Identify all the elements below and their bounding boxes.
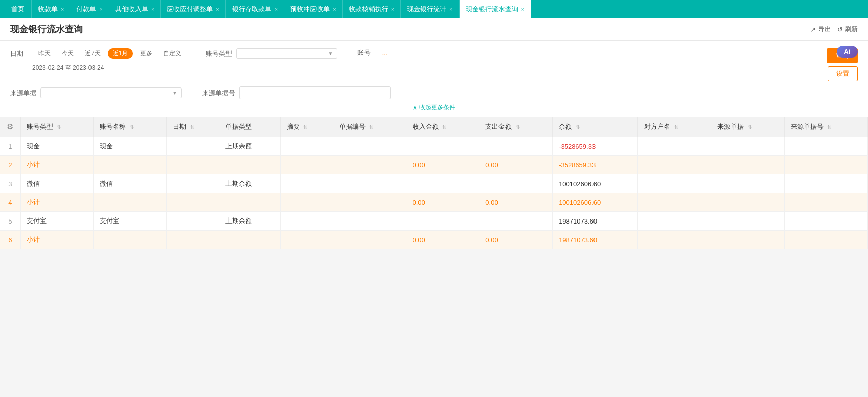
table-row[interactable]: 4小计0.000.00100102606.60 [0, 193, 868, 212]
sort-doc-no-icon: ⇅ [369, 124, 373, 130]
top-nav: 首页 收款单 × 付款单 × 其他收入单 × 应收应付调整单 × 银行存取款单 … [0, 0, 868, 18]
col-doc-type[interactable]: 单据类型 [219, 117, 280, 137]
date-btn-yesterday[interactable]: 昨天 [34, 48, 55, 59]
table-row[interactable]: 2小计0.000.00-3528659.33 [0, 156, 868, 174]
col-account-name[interactable]: 账号名称 ⇅ [94, 117, 167, 137]
source-doc-label: 来源单据 [10, 89, 36, 98]
source-doc-chevron-icon: ▼ [172, 90, 177, 96]
col-income[interactable]: 收入金额 ⇅ [406, 117, 479, 137]
sort-account-type-icon: ⇅ [57, 124, 61, 130]
page-title: 现金银行流水查询 [10, 23, 83, 35]
close-tab-7-icon[interactable]: × [449, 6, 452, 12]
nav-tab-4[interactable]: 银行存取款单 × [226, 0, 284, 18]
filter-area: 日期 昨天 今天 近7天 近1月 更多 自定义 账号类型 ▼ [0, 41, 868, 117]
collapse-label: 收起更多条件 [419, 103, 455, 112]
date-btn-more[interactable]: 更多 [136, 48, 156, 59]
col-expense[interactable]: 支出金额 ⇅ [479, 117, 553, 137]
account-label: 账号 [357, 48, 378, 57]
collapse-bar[interactable]: ∧ 收起更多条件 [10, 101, 858, 112]
sort-source-doc-no-icon: ⇅ [827, 124, 831, 130]
col-balance[interactable]: 余额 ⇅ [553, 117, 638, 137]
source-doc-no-label: 来源单据号 [202, 89, 235, 98]
date-btn-7days[interactable]: 近7天 [81, 48, 105, 59]
sort-date-icon: ⇅ [190, 124, 194, 130]
date-btn-custom[interactable]: 自定义 [159, 48, 186, 59]
sort-summary-icon: ⇅ [303, 124, 307, 130]
page-header: 现金银行流水查询 ↗ 导出 ↺ 刷新 [0, 18, 868, 41]
nav-tab-8[interactable]: 现金银行流水查询 × [460, 0, 531, 18]
account-type-select[interactable]: ▼ [236, 48, 337, 59]
table-header-row: ⚙ 账号类型 ⇅ 账号名称 ⇅ 日期 ⇅ 单据类型 摘要 [0, 117, 868, 137]
export-icon: ↗ [810, 26, 816, 33]
close-tab-2-icon[interactable]: × [151, 6, 154, 12]
date-btn-1month[interactable]: 近1月 [108, 48, 133, 59]
table-body: 1现金现金上期余额-3528659.332小计0.000.00-3528659.… [0, 137, 868, 249]
close-tab-5-icon[interactable]: × [333, 6, 336, 12]
close-tab-0-icon[interactable]: × [61, 6, 64, 12]
sort-account-name-icon: ⇅ [130, 124, 134, 130]
export-button[interactable]: ↗ 导出 [810, 25, 831, 34]
table-container: ⚙ 账号类型 ⇅ 账号名称 ⇅ 日期 ⇅ 单据类型 摘要 [0, 117, 868, 249]
nav-tab-2[interactable]: 其他收入单 × [109, 0, 161, 18]
nav-home[interactable]: 首页 [4, 0, 32, 18]
close-tab-6-icon[interactable]: × [391, 6, 394, 12]
account-type-chevron-icon: ▼ [328, 51, 333, 56]
header-actions: ↗ 导出 ↺ 刷新 [810, 25, 858, 34]
refresh-icon: ↺ [837, 26, 843, 33]
source-doc-select[interactable]: ▼ [40, 87, 182, 98]
nav-tab-0[interactable]: 收款单 × [32, 0, 70, 18]
col-doc-no[interactable]: 单据编号 ⇅ [333, 117, 406, 137]
table-row[interactable]: 6小计0.000.0019871073.60 [0, 231, 868, 249]
date-filter-label: 日期 [10, 49, 30, 58]
refresh-button[interactable]: ↺ 刷新 [837, 25, 858, 34]
account-type-label: 账号类型 [206, 49, 232, 58]
close-tab-4-icon[interactable]: × [275, 6, 278, 12]
date-range-display: 2023-02-24 至 2023-03-24 [32, 64, 816, 72]
col-source-doc[interactable]: 来源单据 ⇅ [711, 117, 785, 137]
col-counterpart[interactable]: 对方户名 ⇅ [638, 117, 711, 137]
account-dots[interactable]: ... [382, 49, 388, 57]
date-options: 昨天 今天 近7天 近1月 更多 自定义 [34, 48, 186, 59]
sort-income-icon: ⇅ [442, 124, 446, 130]
col-source-doc-no[interactable]: 来源单据号 ⇅ [784, 117, 867, 137]
sort-balance-icon: ⇅ [576, 124, 580, 130]
collapse-icon: ∧ [413, 104, 417, 111]
col-summary[interactable]: 摘要 ⇅ [280, 117, 333, 137]
sort-expense-icon: ⇅ [516, 124, 520, 130]
col-date[interactable]: 日期 ⇅ [167, 117, 219, 137]
nav-tab-1[interactable]: 付款单 × [70, 0, 109, 18]
date-btn-today[interactable]: 今天 [58, 48, 78, 59]
col-account-type[interactable]: 账号类型 ⇅ [20, 117, 94, 137]
nav-tab-3[interactable]: 应收应付调整单 × [161, 0, 225, 18]
nav-tab-7[interactable]: 现金银行统计 × [401, 0, 459, 18]
close-tab-3-icon[interactable]: × [216, 6, 219, 12]
nav-tab-5[interactable]: 预收冲应收单 × [284, 0, 342, 18]
table-row[interactable]: 1现金现金上期余额-3528659.33 [0, 137, 868, 156]
sort-counterpart-icon: ⇅ [674, 124, 678, 130]
nav-tab-6[interactable]: 收款核销执行 × [343, 0, 401, 18]
close-tab-1-icon[interactable]: × [99, 6, 102, 12]
account-area: ... [382, 49, 388, 57]
ai-badge[interactable]: Ai [837, 46, 858, 58]
sort-source-doc-icon: ⇅ [748, 124, 752, 130]
settings-button[interactable]: 设置 [828, 66, 858, 81]
close-tab-8-icon[interactable]: × [521, 6, 524, 12]
column-settings-icon[interactable]: ⚙ [7, 122, 13, 131]
data-table: ⚙ 账号类型 ⇅ 账号名称 ⇅ 日期 ⇅ 单据类型 摘要 [0, 117, 868, 249]
col-settings[interactable]: ⚙ [0, 117, 20, 137]
table-row[interactable]: 3微信微信上期余额100102606.60 [0, 174, 868, 193]
table-row[interactable]: 5支付宝支付宝上期余额19871073.60 [0, 212, 868, 231]
source-doc-no-input[interactable] [239, 86, 391, 99]
